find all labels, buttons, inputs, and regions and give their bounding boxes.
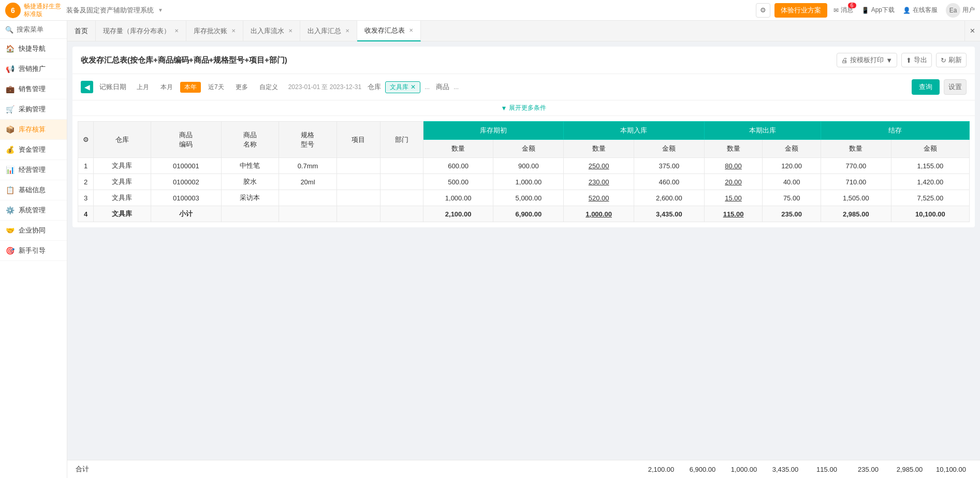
row3-out-qty[interactable]: 15.00 xyxy=(704,190,763,206)
setting-button[interactable]: 设置 xyxy=(944,79,967,95)
user-button[interactable]: Ea 用户 xyxy=(946,3,975,18)
sidebar-item-system[interactable]: ⚙️ 系统管理 xyxy=(0,200,67,221)
total-in-qty: 1,000.00 xyxy=(723,466,765,473)
query-button[interactable]: 查询 xyxy=(912,79,940,95)
tab-close-icon[interactable]: ✕ xyxy=(174,28,179,34)
sidebar-item-basic[interactable]: 📋 基础信息 xyxy=(0,180,67,200)
refresh-icon: ↻ xyxy=(941,56,946,64)
subtotal-empty3 xyxy=(337,206,380,222)
export-button[interactable]: ⬆ 导出 xyxy=(901,53,932,67)
messages-button[interactable]: ✉ 消息 6 xyxy=(833,6,853,15)
date-btn-custom[interactable]: 自定义 xyxy=(255,82,282,93)
tab-inout-summary[interactable]: 出入库汇总 ✕ xyxy=(300,21,357,41)
warehouse-filter: 仓库 文具库 ✕ ... xyxy=(368,81,430,93)
table-settings-th[interactable]: ⚙ xyxy=(78,122,94,158)
app-download-button[interactable]: 📱 App下载 xyxy=(861,6,895,15)
row2-out-qty[interactable]: 20.00 xyxy=(704,174,763,190)
logo-icon: 6 xyxy=(5,3,21,18)
row3-no: 3 xyxy=(78,190,94,206)
finance-icon: 💰 xyxy=(5,145,14,154)
tab-close-icon[interactable]: ✕ xyxy=(288,28,292,34)
row2-in-amt: 460.00 xyxy=(634,174,704,190)
tab-home[interactable]: 首页 xyxy=(67,21,96,41)
row1-project xyxy=(337,158,380,174)
expand-more-row: ▼ 展开更多条件 xyxy=(72,100,975,116)
message-badge: 6 xyxy=(848,3,856,8)
sidebar-item-marketing[interactable]: 📢 营销推广 xyxy=(0,59,67,79)
cooperation-icon: 🤝 xyxy=(5,226,14,235)
col-header-warehouse: 仓库 xyxy=(94,122,151,158)
search-menu[interactable]: 🔍 搜索菜单 xyxy=(0,21,67,39)
warehouse-more[interactable]: ... xyxy=(425,83,430,91)
sidebar-item-operations[interactable]: 📊 经营管理 xyxy=(0,160,67,180)
row1-in-qty[interactable]: 250.00 xyxy=(564,158,634,174)
trial-button[interactable]: 体验行业方案 xyxy=(774,3,827,18)
filter-bar: ◀ 记账日期 上月 本月 本年 近7天 更多 自定义 2023-01-01 至 … xyxy=(72,74,975,100)
tab-bar-close-all[interactable]: ✕ xyxy=(964,21,980,41)
subtotal-out-qty[interactable]: 115.00 xyxy=(704,206,763,222)
goods-more[interactable]: ... xyxy=(454,83,459,91)
table-row: 2 文具库 0100002 胶水 20ml 500.00 1,000.00 xyxy=(78,174,970,190)
col-header-name: 商品名称 xyxy=(221,122,279,158)
sidebar-item-cooperation[interactable]: 🤝 企业协同 xyxy=(0,221,67,241)
marketing-icon: 📢 xyxy=(5,64,14,74)
col-header-spec: 规格型号 xyxy=(279,122,337,158)
settings-gear-button[interactable]: ⚙ xyxy=(756,3,770,18)
system-title: 装备及固定资产辅助管理系统 xyxy=(66,6,154,15)
row2-project xyxy=(337,174,380,190)
tab-close-icon[interactable]: ✕ xyxy=(345,28,349,34)
row1-out-qty[interactable]: 80.00 xyxy=(704,158,763,174)
row3-start-qty: 1,000.00 xyxy=(423,190,493,206)
date-btn-this-month[interactable]: 本月 xyxy=(156,82,177,93)
sidebar-item-newbie[interactable]: 🎯 新手引导 xyxy=(0,241,67,261)
date-btn-more[interactable]: 更多 xyxy=(231,82,252,93)
row2-in-qty[interactable]: 230.00 xyxy=(564,174,634,190)
tab-inout-flow[interactable]: 出入库流水 ✕ xyxy=(243,21,300,41)
col-header-balance: 结存 xyxy=(821,122,969,140)
row3-bal-qty: 1,505.00 xyxy=(821,190,891,206)
tab-close-active-icon[interactable]: ✕ xyxy=(409,27,413,33)
col-header-code: 商品编码 xyxy=(151,122,221,158)
warehouse-tag-close[interactable]: ✕ xyxy=(411,83,416,91)
total-bal-amt: 10,100.00 xyxy=(930,466,972,473)
print-icon: 🖨 xyxy=(841,56,848,64)
expand-button[interactable]: ▼ 展开更多条件 xyxy=(501,104,547,112)
date-btn-last-month[interactable]: 上月 xyxy=(133,82,153,93)
date-range-display: 2023-01-01 至 2023-12-31 xyxy=(288,83,361,92)
row3-name: 采访本 xyxy=(221,190,279,206)
total-out-qty: 115.00 xyxy=(806,466,847,473)
total-start-amt: 6,900.00 xyxy=(682,466,723,473)
subtotal-out-amt: 235.00 xyxy=(763,206,821,222)
sidebar-item-purchase[interactable]: 🛒 采购管理 xyxy=(0,99,67,120)
system-dropdown-arrow[interactable]: ▼ xyxy=(158,7,163,13)
refresh-button[interactable]: ↻ 刷新 xyxy=(936,53,967,67)
subtotal-start-amt: 6,900.00 xyxy=(493,206,564,222)
filter-collapse-button[interactable]: ◀ xyxy=(81,81,93,93)
table-row: 3 文具库 0100003 采访本 1,000.00 5,000.00 xyxy=(78,190,970,206)
tab-close-icon[interactable]: ✕ xyxy=(231,28,236,34)
row3-in-qty[interactable]: 520.00 xyxy=(564,190,634,206)
sidebar-item-finance[interactable]: 💰 资金管理 xyxy=(0,140,67,160)
top-bar: 6 畅捷通好生意 标准版 装备及固定资产辅助管理系统 ▼ ⚙ 体验行业方案 ✉ … xyxy=(0,0,980,21)
footer-bar: 合计 2,100.00 6,900.00 1,000.00 3,435.00 1… xyxy=(67,460,980,478)
tab-inventory-distribution[interactable]: 现存量（库存分布表） ✕ xyxy=(96,21,186,41)
date-btn-7days[interactable]: 近7天 xyxy=(204,82,228,93)
sidebar-item-inventory[interactable]: 📦 库存核算 xyxy=(0,120,67,140)
sidebar-item-sales[interactable]: 💼 销售管理 xyxy=(0,79,67,99)
row2-spec: 20ml xyxy=(279,174,337,190)
subtotal-in-amt: 3,435.00 xyxy=(634,206,704,222)
total-bal-qty: 2,985.00 xyxy=(889,466,930,473)
col-header-dept: 部门 xyxy=(380,122,423,158)
logo-text: 畅捷通好生意 标准版 xyxy=(24,3,61,18)
row3-bal-amt: 7,525.00 xyxy=(891,190,969,206)
sidebar-item-quick-nav[interactable]: 🏠 快捷导航 xyxy=(0,39,67,59)
print-button[interactable]: 🖨 按模板打印 ▼ xyxy=(837,53,897,67)
tab-stock-summary[interactable]: 收发存汇总表 ✕ xyxy=(357,21,421,41)
tab-batch-ledger[interactable]: 库存批次账 ✕ xyxy=(186,21,243,41)
date-btn-this-year[interactable]: 本年 xyxy=(180,82,201,93)
subtotal-in-qty[interactable]: 1,000.00 xyxy=(564,206,634,222)
online-service-button[interactable]: 👤 在线客服 xyxy=(903,6,938,15)
warehouse-tag[interactable]: 文具库 ✕ xyxy=(385,81,420,93)
total-label: 合计 xyxy=(76,465,189,474)
export-icon: ⬆ xyxy=(906,56,912,64)
